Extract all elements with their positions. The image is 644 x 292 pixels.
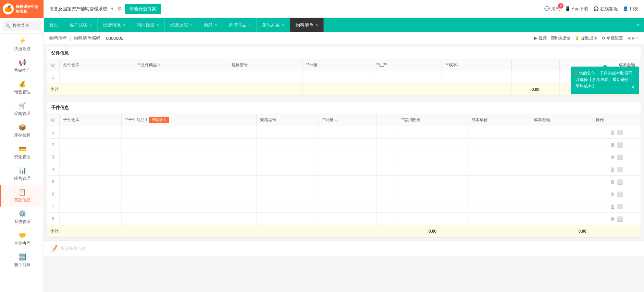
prev-page-btn[interactable]: ◀ xyxy=(627,36,630,40)
delete-icon-5[interactable]: 🗑 xyxy=(610,179,615,185)
parent-settings-icon[interactable]: ⚙ xyxy=(50,62,56,68)
child-row-1-qty[interactable] xyxy=(397,126,468,139)
parent-row-1-spec[interactable] xyxy=(228,71,302,83)
sidebar-item-inventory[interactable]: 📦 库存核算 xyxy=(0,120,44,142)
copy-icon-7[interactable]: ⬜ xyxy=(617,204,623,209)
tab-new-product[interactable]: 新增商品 × xyxy=(223,18,257,32)
child-row-4-spec[interactable] xyxy=(257,163,319,176)
parent-row-1-warehouse[interactable] xyxy=(59,71,134,83)
child-row-7-qty[interactable] xyxy=(397,200,468,213)
online-service-item[interactable]: 🎧 在线客服 xyxy=(593,6,618,12)
child-row-3-unit[interactable] xyxy=(319,151,376,163)
delete-icon-1[interactable]: 🗑 xyxy=(610,130,615,135)
search-menu-button[interactable]: 🔍 搜索菜单 xyxy=(3,21,41,31)
tab-history[interactable]: 经营历程 × xyxy=(165,18,198,32)
delete-icon-3[interactable]: 🗑 xyxy=(610,154,615,160)
child-row-4-unit[interactable] xyxy=(319,163,376,176)
note-placeholder[interactable]: 填写备注信息 xyxy=(61,246,85,252)
parent-row-1-produce[interactable] xyxy=(372,71,442,83)
tab-product[interactable]: 商品 × xyxy=(198,18,223,32)
sidebar-item-system[interactable]: ⚙️ 系统管理 xyxy=(0,207,44,228)
child-settings-icon[interactable]: ⚙ xyxy=(50,117,56,123)
sidebar-item-purchase[interactable]: 🛒 采购管理 xyxy=(0,98,44,120)
child-row-8-qty[interactable] xyxy=(397,213,468,225)
user-item[interactable]: 👤 用友 xyxy=(623,6,639,12)
child-row-3-product[interactable] xyxy=(121,151,257,163)
settings-icon[interactable]: ⚙ xyxy=(117,5,122,12)
next-page-btn[interactable]: ▶ xyxy=(632,36,635,40)
sidebar-item-marketing[interactable]: 📢 营销推广 xyxy=(0,55,44,77)
child-row-7-warehouse[interactable] xyxy=(59,200,121,213)
tooltip-close-btn[interactable]: × xyxy=(632,83,634,91)
tab-bom-close[interactable]: × xyxy=(315,23,318,27)
parent-row-1-product[interactable] xyxy=(134,71,228,83)
child-row-7-unit-cost[interactable] xyxy=(468,200,530,213)
copy-icon-2[interactable]: ⬜ xyxy=(617,142,623,148)
child-row-5-spec[interactable] xyxy=(257,176,319,188)
copy-icon-5[interactable]: ⬜ xyxy=(617,179,623,185)
app-download-item[interactable]: 📱 App下载 xyxy=(565,6,589,12)
delete-icon-7[interactable]: 🗑 xyxy=(610,204,615,209)
tab-bom[interactable]: 物料清单 × xyxy=(290,18,324,32)
child-row-5-warehouse[interactable] xyxy=(59,176,121,188)
extract-cost-action[interactable]: 💡 提取成本 xyxy=(574,35,597,41)
breadcrumb-code-label[interactable]: 物料清单编码 xyxy=(74,35,100,41)
tab-history-close[interactable]: × xyxy=(190,23,193,27)
trial-button[interactable]: 体验行业方案 xyxy=(125,4,161,14)
child-row-1-unit[interactable] xyxy=(319,126,376,139)
child-row-5-qty[interactable] xyxy=(397,176,468,188)
delete-icon-4[interactable]: 🗑 xyxy=(610,167,615,172)
child-row-1-unit-cost[interactable] xyxy=(468,126,530,139)
sidebar-item-basic[interactable]: 📋 基础信息 xyxy=(0,185,44,207)
sidebar-item-enterprise[interactable]: 🤝 企业协同 xyxy=(0,228,44,250)
child-row-8-unit-cost[interactable] xyxy=(468,213,530,225)
child-row-6-warehouse[interactable] xyxy=(59,188,121,200)
parent-row-1-cost[interactable] xyxy=(442,71,511,83)
child-row-2-product[interactable] xyxy=(121,139,257,151)
child-row-3-qty[interactable] xyxy=(397,151,468,163)
sidebar-item-operation[interactable]: 📊 经营管理 xyxy=(0,163,44,185)
child-row-3-warehouse[interactable] xyxy=(59,151,121,163)
child-row-6-qty[interactable] xyxy=(397,188,468,200)
scan-input-btn[interactable]: 扫码录入 xyxy=(149,117,169,123)
sidebar-item-finance[interactable]: 💳 资金管理 xyxy=(0,142,44,163)
child-row-8-warehouse[interactable] xyxy=(59,213,121,225)
video-action[interactable]: ▶ 视频 xyxy=(534,35,547,41)
child-row-2-warehouse[interactable] xyxy=(59,139,121,151)
single-settings-action[interactable]: ⚙ 单据设置 xyxy=(602,35,623,41)
shortcut-action[interactable]: ⌨ 快捷键 xyxy=(551,35,570,41)
child-row-4-unit-cost[interactable] xyxy=(468,163,530,176)
child-row-1-spec[interactable] xyxy=(257,126,319,139)
copy-icon-4[interactable]: ⬜ xyxy=(617,167,623,172)
parent-row-1-unit[interactable] xyxy=(302,71,372,83)
child-row-7-product[interactable] xyxy=(121,200,257,213)
child-row-8-unit[interactable] xyxy=(319,213,376,225)
dropdown-icon[interactable]: ▼ xyxy=(110,6,114,11)
child-row-5-unit-cost[interactable] xyxy=(468,176,530,188)
child-row-6-spec[interactable] xyxy=(257,188,319,200)
tab-business[interactable]: 经营情况 × xyxy=(98,18,131,32)
child-row-8-product[interactable] xyxy=(121,213,257,225)
tab-profit[interactable]: 利润报告 × xyxy=(131,18,165,32)
tab-new-product-close[interactable]: × xyxy=(248,23,251,27)
delete-icon-2[interactable]: 🗑 xyxy=(610,142,615,148)
child-row-7-spec[interactable] xyxy=(257,200,319,213)
sidebar-item-quick-nav[interactable]: ⚡ 快捷导航 xyxy=(0,34,44,55)
tab-product-close[interactable]: × xyxy=(215,23,217,27)
copy-icon-8[interactable]: ⬜ xyxy=(617,216,623,222)
sidebar-item-sales[interactable]: 💰 销售管理 xyxy=(0,77,44,98)
child-row-2-qty[interactable] xyxy=(397,139,468,151)
tab-home[interactable]: 首页 xyxy=(44,18,64,32)
copy-icon-6[interactable]: ⬜ xyxy=(617,191,623,197)
delete-icon-8[interactable]: 🗑 xyxy=(610,216,615,222)
tab-profit-close[interactable]: × xyxy=(157,23,159,27)
copy-icon-3[interactable]: ⬜ xyxy=(617,154,623,160)
child-row-6-unit[interactable] xyxy=(319,188,376,200)
child-row-4-qty[interactable] xyxy=(397,163,468,176)
grid-view-btn[interactable]: ≡ xyxy=(636,36,639,40)
tab-business-close[interactable]: × xyxy=(123,23,125,27)
tab-customer[interactable]: 客户联络 × xyxy=(64,18,98,32)
child-row-3-spec[interactable] xyxy=(257,151,319,163)
copy-icon-1[interactable]: ⬜ xyxy=(617,130,623,135)
child-row-3-unit-cost[interactable] xyxy=(468,151,530,163)
